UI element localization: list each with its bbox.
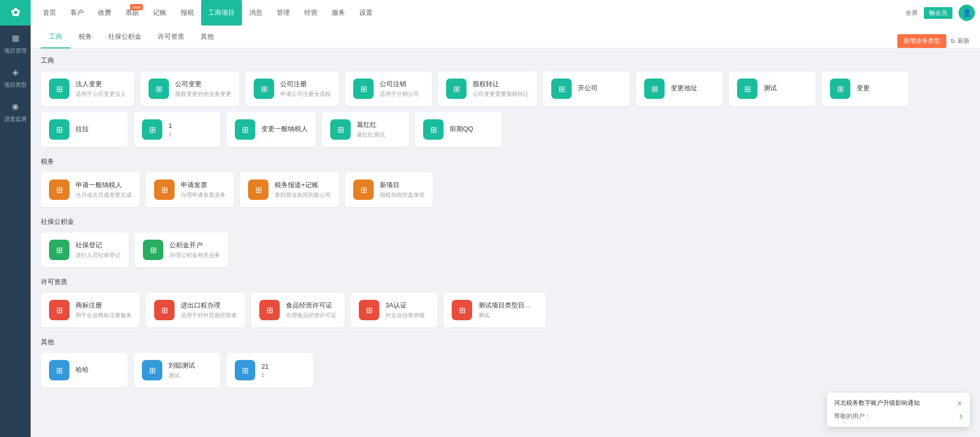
card-desc-4-1: 测试 (168, 372, 212, 379)
card-0-2[interactable]: ⊞ 公司注册 申请公司注册全流程 (246, 71, 339, 106)
card-0-0[interactable]: ⊞ 法人变更 适用于公司变更法人 (41, 71, 134, 106)
card-info-0-3: 公司注销 适用于注销公司 (380, 80, 424, 98)
fullscreen-btn[interactable]: 全屏 (905, 9, 918, 17)
nav-item-消息[interactable]: 消息 (242, 0, 270, 25)
sub-tab-税务[interactable]: 税务 (70, 25, 100, 48)
card-1-2[interactable]: ⊞ 税务报道+记账 拿到营业执照的新公司 (240, 172, 339, 207)
card-desc-0-4: 公司变更需要股权转让 (473, 90, 529, 98)
card-info-3-1: 进出口权办理 适用于对外贸易经营者 (181, 301, 237, 319)
card-0-12[interactable]: ⊞ 葛红红 葛红红测试 (322, 112, 409, 147)
card-1-0[interactable]: ⊞ 申请一般纳税人 当月或次月成变更完成 (41, 172, 140, 207)
card-name-1-3: 新项目 (380, 181, 425, 190)
nav-label-6: 工商项目 (208, 8, 235, 17)
card-name-1-2: 税务报道+记账 (275, 181, 331, 190)
card-2-0[interactable]: ⊞ 社保登记 进行人员社保登记 (41, 233, 129, 267)
nav-item-票据[interactable]: 票据new (118, 0, 146, 25)
card-0-9[interactable]: ⊞ 拉拉 (41, 112, 128, 147)
card-info-0-0: 法人变更 适用于公司变更法人 (76, 80, 126, 98)
sidebar-icon-0: ▦ (8, 31, 22, 45)
card-name-3-0: 商标注册 (76, 301, 132, 310)
nav-label-10: 服务 (332, 8, 345, 17)
card-3-1[interactable]: ⊞ 进出口权办理 适用于对外贸易经营者 (146, 293, 245, 327)
nav-item-工商项目[interactable]: 工商项目 (201, 0, 242, 25)
nav-item-设置[interactable]: 设置 (352, 0, 380, 25)
nav-item-客户[interactable]: 客户 (63, 0, 91, 25)
sub-tab-社保公积金[interactable]: 社保公积金 (100, 25, 150, 48)
nav-item-经营[interactable]: 经营 (297, 0, 325, 25)
card-icon-0-0: ⊞ (49, 79, 69, 99)
card-1-1[interactable]: ⊞ 申请发票 办理申请发票业务 (146, 172, 234, 207)
card-0-3[interactable]: ⊞ 公司注销 适用于注销公司 (345, 71, 432, 106)
card-name-3-1: 进出口权办理 (181, 301, 237, 310)
card-name-3-4: 测试项目类型目定义 (478, 301, 537, 310)
sidebar-item-2[interactable]: ◉ 进度监测 (0, 94, 31, 128)
card-icon-1-3: ⊞ (353, 179, 374, 200)
sidebar-item-1[interactable]: ◈ 项目类型 (0, 60, 31, 94)
card-0-4[interactable]: ⊞ 股权转让 公司变更需要股权转让 (438, 71, 537, 106)
nav-item-记账[interactable]: 记账 (146, 0, 174, 25)
topnav-right: 全屏 畅会员 👤 (905, 5, 975, 21)
app-logo[interactable]: ✿ (0, 0, 31, 25)
nav-item-服务[interactable]: 服务 (325, 0, 352, 25)
sub-tab-工商[interactable]: 工商 (41, 25, 70, 48)
nav-item-报税[interactable]: 报税 (174, 0, 201, 25)
card-3-4[interactable]: ⊞ 测试项目类型目定义 测试 (444, 293, 546, 327)
notification-close-button[interactable]: ✕ (957, 399, 963, 407)
card-icon-2-1: ⊞ (143, 240, 163, 260)
notification-content: 尊敬的用户： (834, 412, 963, 421)
nav-label-8: 管理 (277, 8, 290, 17)
card-3-3[interactable]: ⊞ 3A认证 对企业信誉评级 (351, 293, 437, 327)
sub-tab-其他[interactable]: 其他 (192, 25, 222, 48)
notification-arrow[interactable]: › (959, 410, 963, 422)
card-desc-3-2: 办理食品经营许可证 (286, 312, 336, 319)
card-0-10[interactable]: ⊞ 1 1 (134, 112, 220, 147)
card-name-1-1: 申请发票 (181, 181, 226, 190)
content-area: 工商税务社保公积金许可资质其他 新增业务类型 ↻ 刷新 工商 ⊞ 法人变更 适用… (31, 25, 980, 437)
sidebar-icon-1: ◈ (8, 65, 22, 79)
card-0-8[interactable]: ⊞ 变更 (822, 71, 909, 106)
card-4-1[interactable]: ⊞ 刘聪测试 测试 (134, 353, 220, 388)
card-0-6[interactable]: ⊞ 变更地址 (636, 71, 723, 106)
card-info-3-3: 3A认证 对企业信誉评级 (385, 301, 429, 319)
logo-icon: ✿ (11, 6, 20, 19)
card-icon-3-3: ⊞ (359, 300, 379, 320)
card-4-2[interactable]: ⊞ 21 1 (227, 353, 313, 388)
card-4-0[interactable]: ⊞ 哈哈 (41, 353, 128, 388)
nav-item-首页[interactable]: 首页 (36, 0, 63, 25)
card-desc-3-1: 适用于对外贸易经营者 (181, 312, 237, 319)
card-info-1-3: 新项目 报税加税控盘保管 (380, 181, 425, 199)
card-icon-2-0: ⊞ (49, 240, 69, 260)
card-2-1[interactable]: ⊞ 公积金开户 办理公积金相关业务 (135, 233, 228, 267)
sidebar-label-2: 进度监测 (4, 115, 27, 123)
vip-button[interactable]: 畅会员 (924, 7, 952, 19)
card-0-7[interactable]: ⊞ 测试 (729, 71, 816, 106)
nav-item-收费[interactable]: 收费 (91, 0, 118, 25)
card-0-1[interactable]: ⊞ 公司变更 股权变更外的业务变更 (140, 71, 239, 106)
card-icon-0-8: ⊞ (830, 79, 850, 99)
add-type-button[interactable]: 新增业务类型 (897, 34, 946, 48)
refresh-button[interactable]: ↻ 刷新 (950, 37, 970, 45)
card-icon-4-0: ⊞ (49, 360, 69, 380)
sub-tabs: 工商税务社保公积金许可资质其他 新增业务类型 ↻ 刷新 (31, 25, 980, 48)
refresh-icon: ↻ (950, 38, 955, 45)
refresh-label: 刷新 (958, 37, 970, 45)
card-0-5[interactable]: ⊞ 开公司 (543, 71, 630, 106)
sub-tab-许可资质[interactable]: 许可资质 (150, 25, 192, 48)
card-desc-2-0: 进行人员社保登记 (76, 251, 120, 259)
card-0-13[interactable]: ⊞ 前期QQ (415, 112, 502, 147)
card-info-0-9: 拉拉 (76, 124, 119, 135)
user-avatar[interactable]: 👤 (959, 5, 975, 21)
card-0-11[interactable]: ⊞ 变更一般纳税人 (227, 112, 316, 147)
card-desc-0-3: 适用于注销公司 (380, 90, 424, 98)
card-1-3[interactable]: ⊞ 新项目 报税加税控盘保管 (345, 172, 433, 207)
card-desc-3-0: 用于企业商标注册服务 (76, 312, 132, 319)
nav-label-2: 收费 (98, 8, 111, 17)
card-info-3-0: 商标注册 用于企业商标注册服务 (76, 301, 132, 319)
sidebar-item-0[interactable]: ▦ 项目管理 (0, 25, 31, 60)
card-info-0-2: 公司注册 申请公司注册全流程 (280, 80, 331, 98)
card-3-0[interactable]: ⊞ 商标注册 用于企业商标注册服务 (41, 293, 140, 327)
nav-item-管理[interactable]: 管理 (270, 0, 297, 25)
card-name-1-0: 申请一般纳税人 (76, 181, 132, 190)
card-3-2[interactable]: ⊞ 食品经营许可证 办理食品经营许可证 (251, 293, 345, 327)
card-info-3-2: 食品经营许可证 办理食品经营许可证 (286, 301, 336, 319)
